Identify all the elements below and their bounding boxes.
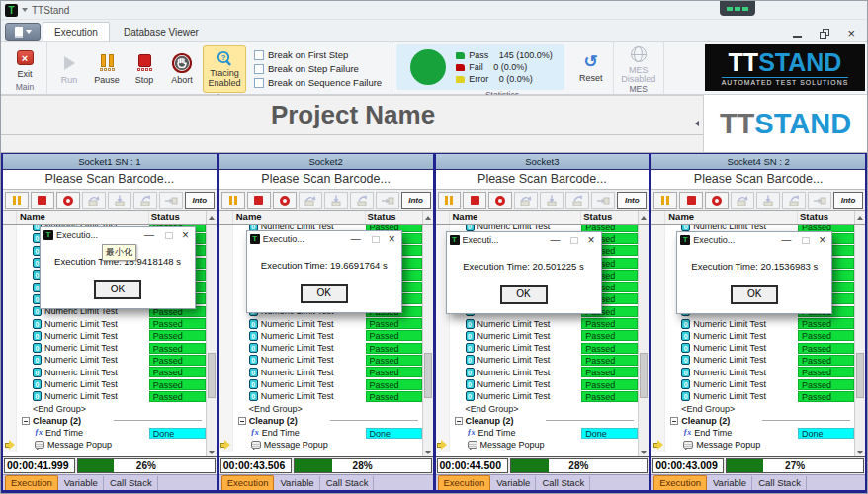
table-row[interactable]: 0Numeric Limit TestPassed (219, 378, 422, 390)
end-time-row[interactable]: ƒxEnd TimeDone (219, 427, 422, 439)
name-column-header[interactable]: Name (665, 211, 798, 224)
table-row[interactable]: 0Numeric Limit TestPassed (436, 342, 639, 354)
ok-button[interactable]: OK (501, 286, 547, 303)
tracing-enabled-toggle[interactable]: ? Tracing Enabled (203, 45, 246, 93)
table-row[interactable]: 0Numeric Limit TestPassed (3, 390, 206, 402)
step-out-button[interactable] (133, 192, 157, 209)
recorder-widget[interactable] (720, 1, 755, 16)
record-button[interactable] (273, 192, 297, 209)
table-row[interactable]: 0Numeric Limit TestPassed (651, 330, 854, 342)
collapse-box-icon[interactable] (22, 417, 30, 425)
table-row[interactable]: 0Numeric Limit TestPassed (219, 354, 422, 366)
end-time-row[interactable]: ƒxEnd TimeDone (436, 427, 639, 439)
application-menu-button[interactable] (5, 23, 41, 41)
pause-button[interactable] (5, 192, 29, 209)
pause-button[interactable] (653, 192, 677, 209)
table-row[interactable]: 0Numeric Limit TestPassed (436, 390, 639, 402)
table-row[interactable]: 0Numeric Limit TestPassed (3, 342, 206, 354)
end-time-row[interactable]: ƒxEnd TimeDone (651, 427, 854, 439)
tab-execution[interactable]: Execution (653, 475, 707, 490)
dialog-close-button[interactable]: × (585, 235, 596, 245)
tab-variable[interactable]: Variable (275, 476, 319, 490)
message-popup-row[interactable]: Message Popup (219, 439, 422, 451)
tab-call-stack[interactable]: Call Stack (753, 476, 807, 490)
status-column-header[interactable]: Status (581, 211, 638, 224)
stop-button[interactable] (247, 192, 271, 209)
dialog-maximize-button[interactable] (372, 236, 380, 243)
mes-disabled-button[interactable]: MES Disabled (619, 44, 658, 84)
break-first-step-checkbox[interactable]: Break on First Step (254, 49, 382, 60)
record-button[interactable] (488, 192, 512, 209)
tab-variable[interactable]: Variable (59, 476, 104, 490)
abort-button[interactable]: Abort (165, 53, 199, 85)
name-column-header[interactable]: Name (450, 211, 582, 224)
tab-database-viewer[interactable]: Database Viewer (112, 22, 211, 41)
stop-button[interactable]: Stop (128, 53, 161, 85)
table-row[interactable]: 0Numeric Limit TestPassed (3, 378, 206, 390)
dialog-minimize-button[interactable]: — (546, 236, 564, 244)
dialog-title-bar[interactable]: T Executio... — × (41, 227, 195, 242)
table-row[interactable]: 0Numeric Limit TestPassed (3, 367, 206, 378)
scroll-down-button[interactable] (855, 451, 865, 454)
dialog-minimize-button[interactable]: — (347, 235, 365, 243)
tab-variable[interactable]: Variable (708, 476, 752, 490)
scrollbar-thumb[interactable] (640, 353, 648, 398)
table-row[interactable]: 0Numeric Limit TestPassed (219, 342, 422, 354)
dialog-maximize-button[interactable] (165, 232, 173, 239)
dialog-close-button[interactable]: × (180, 230, 191, 240)
scrollbar-thumb[interactable] (856, 353, 864, 398)
end-group-row[interactable]: <End Group> (3, 402, 206, 414)
dialog-title-bar[interactable]: T Executi... — × (447, 232, 601, 247)
table-row[interactable]: 0Numeric Limit TestPassed (219, 330, 422, 342)
scroll-down-button[interactable] (207, 451, 217, 454)
collapse-box-icon[interactable] (670, 417, 678, 425)
barcode-prompt[interactable]: Please Scan Barcode... (436, 170, 650, 190)
table-row[interactable]: 0Numeric Limit TestPassed (219, 367, 422, 378)
scrollbar-thumb[interactable] (424, 353, 432, 398)
table-row[interactable]: 0Numeric Limit TestPassed (436, 354, 639, 366)
table-row[interactable]: 0Numeric Limit TestPassed (651, 378, 854, 390)
scroll-up-button[interactable] (422, 211, 433, 224)
message-popup-row[interactable]: Message Popup (436, 439, 639, 451)
table-row[interactable]: 0Numeric Limit TestPassed (436, 330, 639, 342)
step-into-button[interactable] (108, 192, 131, 209)
vertical-scrollbar[interactable] (206, 225, 217, 456)
step-over-button[interactable] (82, 192, 106, 209)
cleanup-group-row[interactable]: Cleanup (2) (436, 415, 639, 427)
step-into-button[interactable] (540, 192, 564, 209)
close-button[interactable]: × (847, 29, 855, 39)
stop-button[interactable] (463, 192, 486, 209)
record-button[interactable] (56, 192, 80, 209)
cleanup-group-row[interactable]: Cleanup (2) (219, 415, 422, 427)
barcode-prompt[interactable]: Please Scan Barcode... (3, 170, 217, 190)
break-sequence-failure-checkbox[interactable]: Break on Sequence Failure (254, 77, 382, 88)
step-into-button[interactable] (324, 192, 348, 209)
step-out-button[interactable] (782, 192, 806, 209)
scroll-down-button[interactable] (423, 451, 433, 454)
skip-to-cursor-button[interactable] (591, 192, 615, 209)
collapse-box-icon[interactable] (455, 417, 463, 425)
table-row[interactable]: 0Numeric Limit TestPassed (436, 378, 639, 390)
into-button[interactable]: Into (401, 192, 431, 209)
barcode-prompt[interactable]: Please Scan Barcode... (651, 170, 865, 190)
vertical-scrollbar[interactable] (854, 225, 865, 456)
dialog-minimize-button[interactable]: — (777, 236, 795, 244)
table-row[interactable]: 0Numeric Limit TestPassed (651, 367, 854, 378)
name-column-header[interactable]: Name (17, 211, 149, 224)
scroll-up-button[interactable] (638, 211, 649, 224)
exit-button[interactable]: × Exit (8, 47, 42, 79)
dialog-minimize-button[interactable]: — (140, 231, 158, 239)
scroll-up-button[interactable] (854, 211, 865, 224)
into-button[interactable]: Into (833, 192, 863, 209)
record-button[interactable] (705, 192, 729, 209)
skip-to-cursor-button[interactable] (376, 192, 399, 209)
end-group-row[interactable]: <End Group> (651, 402, 854, 414)
step-over-button[interactable] (299, 192, 322, 209)
name-column-header[interactable]: Name (233, 211, 366, 224)
scrollbar-thumb[interactable] (208, 353, 216, 398)
into-button[interactable]: Into (617, 192, 647, 209)
status-column-header[interactable]: Status (149, 211, 206, 224)
reset-statistics-button[interactable]: ↺ Reset (574, 51, 608, 83)
restore-button[interactable] (820, 29, 829, 39)
tab-call-stack[interactable]: Call Stack (105, 476, 158, 490)
